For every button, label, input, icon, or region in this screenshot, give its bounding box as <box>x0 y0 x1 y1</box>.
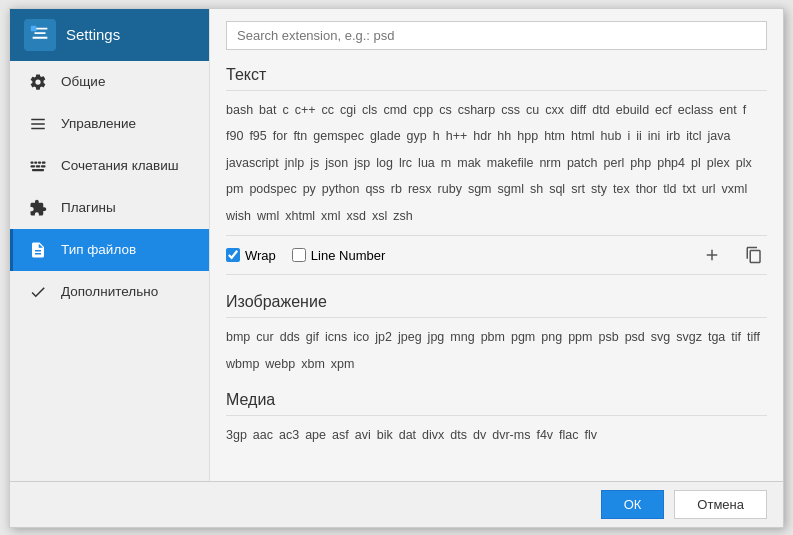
tag-ico[interactable]: ico <box>353 326 369 349</box>
tag-cu[interactable]: cu <box>526 99 539 122</box>
cancel-button[interactable]: Отмена <box>674 490 767 519</box>
tag-for[interactable]: for <box>273 125 288 148</box>
tag-css[interactable]: css <box>501 99 520 122</box>
tag-nrm[interactable]: nrm <box>539 152 561 175</box>
tag-m[interactable]: m <box>441 152 451 175</box>
tag-jpeg[interactable]: jpeg <box>398 326 422 349</box>
tag-lrc[interactable]: lrc <box>399 152 412 175</box>
tag-gemspec[interactable]: gemspec <box>313 125 364 148</box>
tag-php[interactable]: php <box>630 152 651 175</box>
tag-3gp[interactable]: 3gp <box>226 424 247 447</box>
tag-hh[interactable]: hh <box>497 125 511 148</box>
tag-thor[interactable]: thor <box>636 178 658 201</box>
tag-pgm[interactable]: pgm <box>511 326 535 349</box>
tag-tga[interactable]: tga <box>708 326 725 349</box>
tag-svgz[interactable]: svgz <box>676 326 702 349</box>
tag-svg[interactable]: svg <box>651 326 670 349</box>
tag-hdr[interactable]: hdr <box>473 125 491 148</box>
tag-cs[interactable]: cs <box>439 99 452 122</box>
tag-irb[interactable]: irb <box>666 125 680 148</box>
tag-sql[interactable]: sql <box>549 178 565 201</box>
tag-py[interactable]: py <box>303 178 316 201</box>
tag-xhtml[interactable]: xhtml <box>285 205 315 228</box>
copy-icon[interactable] <box>741 242 767 268</box>
tag-srt[interactable]: srt <box>571 178 585 201</box>
sidebar-item-shortcuts[interactable]: Сочетания клавиш <box>10 145 209 187</box>
tag-gyp[interactable]: gyp <box>407 125 427 148</box>
sidebar-item-advanced[interactable]: Дополнительно <box>10 271 209 313</box>
tag-tif[interactable]: tif <box>731 326 741 349</box>
tag-gif[interactable]: gif <box>306 326 319 349</box>
tag-ape[interactable]: ape <box>305 424 326 447</box>
tag-ebuild[interactable]: ebuild <box>616 99 649 122</box>
tag-ftn[interactable]: ftn <box>293 125 307 148</box>
tag-jnlp[interactable]: jnlp <box>285 152 304 175</box>
tag-javascript[interactable]: javascript <box>226 152 279 175</box>
wrap-checkbox[interactable] <box>226 248 240 262</box>
tag-asf[interactable]: asf <box>332 424 349 447</box>
tag-dtd[interactable]: dtd <box>592 99 609 122</box>
search-input[interactable] <box>226 21 767 50</box>
tag-htm[interactable]: htm <box>544 125 565 148</box>
tag-webp[interactable]: webp <box>265 353 295 376</box>
tag-mak[interactable]: mak <box>457 152 481 175</box>
tag-divx[interactable]: divx <box>422 424 444 447</box>
tag-psb[interactable]: psb <box>598 326 618 349</box>
tag-cls[interactable]: cls <box>362 99 377 122</box>
sidebar-item-general[interactable]: Общие <box>10 61 209 103</box>
tag-csharp[interactable]: csharp <box>458 99 496 122</box>
tag-bmp[interactable]: bmp <box>226 326 250 349</box>
tag-sh[interactable]: sh <box>530 178 543 201</box>
tag-ac3[interactable]: ac3 <box>279 424 299 447</box>
tag-wbmp[interactable]: wbmp <box>226 353 259 376</box>
tag-f4v[interactable]: f4v <box>536 424 553 447</box>
tag-xsl[interactable]: xsl <box>372 205 387 228</box>
tag-itcl[interactable]: itcl <box>686 125 701 148</box>
tag-wish[interactable]: wish <box>226 205 251 228</box>
tag-avi[interactable]: avi <box>355 424 371 447</box>
tag-sty[interactable]: sty <box>591 178 607 201</box>
tag-dv[interactable]: dv <box>473 424 486 447</box>
tag-flac[interactable]: flac <box>559 424 578 447</box>
tag-bik[interactable]: bik <box>377 424 393 447</box>
tag-aac[interactable]: aac <box>253 424 273 447</box>
tag-plex[interactable]: plex <box>707 152 730 175</box>
tag-xbm[interactable]: xbm <box>301 353 325 376</box>
tag-ii[interactable]: ii <box>636 125 642 148</box>
tag-sgm[interactable]: sgm <box>468 178 492 201</box>
tag-jpg[interactable]: jpg <box>428 326 445 349</box>
line-number-checkbox[interactable] <box>292 248 306 262</box>
tag-hpp[interactable]: hpp <box>517 125 538 148</box>
tag-ppm[interactable]: ppm <box>568 326 592 349</box>
wrap-checkbox-label[interactable]: Wrap <box>226 248 276 263</box>
tag-h++[interactable]: h++ <box>446 125 468 148</box>
tag-jp2[interactable]: jp2 <box>375 326 392 349</box>
tag-flv[interactable]: flv <box>585 424 598 447</box>
sidebar-item-filetypes[interactable]: Тип файлов <box>10 229 209 271</box>
tag-html[interactable]: html <box>571 125 595 148</box>
tag-zsh[interactable]: zsh <box>393 205 412 228</box>
tag-f95[interactable]: f95 <box>249 125 266 148</box>
tag-cur[interactable]: cur <box>256 326 273 349</box>
tag-qss[interactable]: qss <box>365 178 384 201</box>
tag-dvr-ms[interactable]: dvr-ms <box>492 424 530 447</box>
tag-psd[interactable]: psd <box>625 326 645 349</box>
tag-java[interactable]: java <box>708 125 731 148</box>
tag-rb[interactable]: rb <box>391 178 402 201</box>
tag-php4[interactable]: php4 <box>657 152 685 175</box>
ok-button[interactable]: ОК <box>601 490 665 519</box>
tag-perl[interactable]: perl <box>604 152 625 175</box>
tag-dds[interactable]: dds <box>280 326 300 349</box>
tag-makefile[interactable]: makefile <box>487 152 534 175</box>
tag-eclass[interactable]: eclass <box>678 99 713 122</box>
tag-tld[interactable]: tld <box>663 178 676 201</box>
tag-cmd[interactable]: cmd <box>383 99 407 122</box>
tag-dts[interactable]: dts <box>450 424 467 447</box>
tag-patch[interactable]: patch <box>567 152 598 175</box>
tag-mng[interactable]: mng <box>450 326 474 349</box>
tag-xml[interactable]: xml <box>321 205 340 228</box>
line-number-checkbox-label[interactable]: Line Number <box>292 248 385 263</box>
sidebar-item-management[interactable]: Управление <box>10 103 209 145</box>
tag-pbm[interactable]: pbm <box>481 326 505 349</box>
tag-js[interactable]: js <box>310 152 319 175</box>
